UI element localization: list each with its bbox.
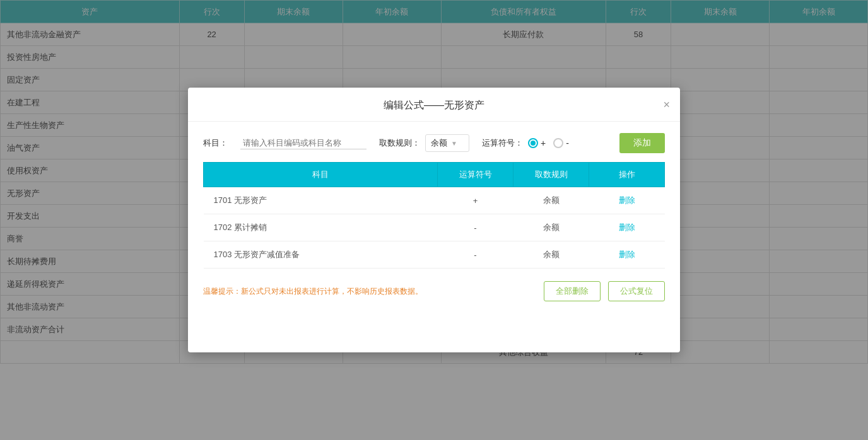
add-button[interactable]: 添加 (619, 133, 665, 153)
radio-plus[interactable]: + (528, 138, 546, 148)
row2-subject: 1702 累计摊销 (204, 214, 438, 241)
row2-operator: - (438, 214, 513, 241)
form-row: 科目： 取数规则： 余额 ▼ 运算符号： + - (188, 122, 680, 162)
row2-action: 删除 (589, 214, 665, 241)
row1-subject: 1701 无形资产 (204, 187, 438, 214)
reset-button[interactable]: 公式复位 (608, 281, 665, 301)
row1-delete-link[interactable]: 删除 (619, 195, 635, 205)
chevron-down-icon: ▼ (451, 140, 457, 147)
row3-rule: 余额 (513, 241, 589, 269)
modal-footer: 温馨提示：新公式只对未出报表进行计算，不影响历史报表数据。 全部删除 公式复位 (188, 269, 680, 304)
row1-rule: 余额 (513, 187, 589, 214)
radio-plus-circle (528, 138, 538, 148)
rule-label: 取数规则： (379, 137, 420, 149)
radio-group: + - (528, 138, 569, 148)
radio-plus-label: + (541, 138, 546, 148)
col-action: 操作 (589, 163, 665, 187)
col-rule: 取数规则 (513, 163, 589, 187)
modal-title: 编辑公式——无形资产 (384, 99, 484, 112)
modal-dialog: 编辑公式——无形资产 × 科目： 取数规则： 余额 ▼ 运算符号： + (188, 88, 680, 352)
row2-rule: 余额 (513, 214, 589, 241)
operator-label: 运算符号： (482, 137, 523, 149)
operator-group: 运算符号： + - (482, 137, 569, 149)
row3-operator: - (438, 241, 513, 269)
rule-group: 取数规则： 余额 ▼ (379, 134, 469, 152)
footer-buttons: 全部删除 公式复位 (544, 281, 665, 301)
modal-table-wrap: 科目 运算符号 取数规则 操作 1701 无形资产 + 余额 删除 (188, 162, 680, 269)
subject-label: 科目： (203, 137, 228, 149)
modal-overlay: 编辑公式——无形资产 × 科目： 取数规则： 余额 ▼ 运算符号： + (0, 0, 868, 440)
row1-action: 删除 (589, 187, 665, 214)
radio-minus[interactable]: - (553, 138, 569, 148)
table-row: 1701 无形资产 + 余额 删除 (204, 187, 665, 214)
delete-all-button[interactable]: 全部删除 (544, 281, 601, 301)
radio-minus-label: - (566, 138, 569, 148)
row3-subject: 1703 无形资产减值准备 (204, 241, 438, 269)
radio-minus-circle (553, 138, 563, 148)
modal-table: 科目 运算符号 取数规则 操作 1701 无形资产 + 余额 删除 (203, 162, 665, 269)
row1-operator: + (438, 187, 513, 214)
col-subject: 科目 (204, 163, 438, 187)
close-button[interactable]: × (663, 99, 670, 110)
rule-select-value: 余额 (431, 137, 447, 149)
col-operator: 运算符号 (438, 163, 513, 187)
rule-select[interactable]: 余额 ▼ (425, 134, 469, 152)
subject-input[interactable] (240, 137, 367, 149)
table-row: 1703 无形资产减值准备 - 余额 删除 (204, 241, 665, 269)
table-row: 1702 累计摊销 - 余额 删除 (204, 214, 665, 241)
row2-delete-link[interactable]: 删除 (619, 223, 635, 232)
row3-action: 删除 (589, 241, 665, 269)
modal-header: 编辑公式——无形资产 × (188, 88, 680, 122)
tip-text: 温馨提示：新公式只对未出报表进行计算，不影响历史报表数据。 (203, 286, 423, 297)
row3-delete-link[interactable]: 删除 (619, 250, 635, 259)
